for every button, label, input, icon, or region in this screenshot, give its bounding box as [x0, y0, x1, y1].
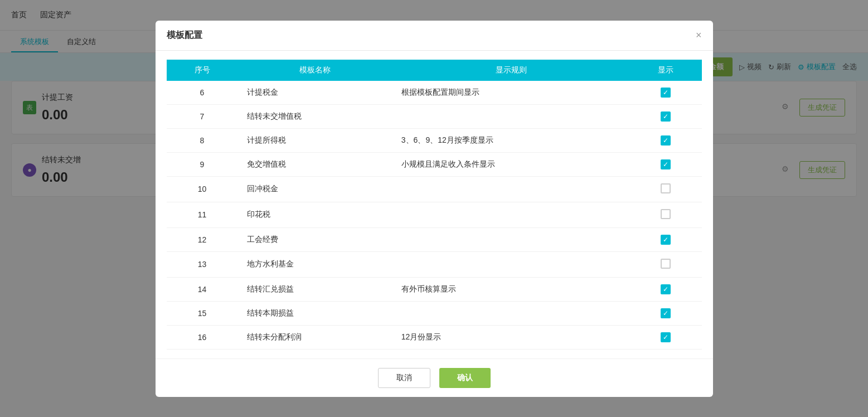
cell-index-2: 8 — [167, 128, 238, 152]
checkbox-4[interactable] — [661, 183, 671, 193]
cell-name-8: 结转汇兑损益 — [238, 277, 392, 301]
checkbox-3[interactable] — [661, 159, 671, 169]
cell-check-10 — [630, 325, 701, 349]
cell-name-0: 计提税金 — [238, 81, 392, 105]
table-row: 8计提所得税3、6、9、12月按季度显示 — [167, 128, 702, 152]
cell-index-1: 7 — [167, 104, 238, 128]
cell-index-3: 9 — [167, 152, 238, 176]
cell-rule-7 — [392, 251, 631, 277]
config-table: 序号 模板名称 显示规则 显示 6计提税金根据模板配置期间显示7结转未交增值税8… — [167, 60, 702, 350]
cell-rule-9 — [392, 301, 631, 325]
cell-name-3: 免交增值税 — [238, 152, 392, 176]
table-row: 11印花税 — [167, 202, 702, 227]
col-header-index: 序号 — [167, 60, 238, 81]
checkbox-0[interactable] — [661, 88, 671, 98]
cell-rule-8: 有外币核算显示 — [392, 277, 631, 301]
cell-check-8 — [630, 277, 701, 301]
cell-index-6: 12 — [167, 227, 238, 251]
template-config-modal: 模板配置 × 序号 模板名称 显示规则 显示 6计提税金根据模板配置期间显 — [156, 21, 713, 397]
col-header-display: 显示 — [630, 60, 701, 81]
modal-title: 模板配置 — [167, 30, 202, 41]
cell-check-6 — [630, 227, 701, 251]
table-scroll-area[interactable]: 序号 模板名称 显示规则 显示 6计提税金根据模板配置期间显示7结转未交增值税8… — [167, 60, 702, 350]
cell-name-7: 地方水利基金 — [238, 251, 392, 277]
cell-rule-1 — [392, 104, 631, 128]
checkbox-6[interactable] — [661, 235, 671, 245]
cell-rule-2: 3、6、9、12月按季度显示 — [392, 128, 631, 152]
col-header-name: 模板名称 — [238, 60, 392, 81]
modal-close-button[interactable]: × — [696, 30, 702, 40]
table-row: 7结转未交增值税 — [167, 104, 702, 128]
table-row: 6计提税金根据模板配置期间显示 — [167, 81, 702, 105]
cell-name-2: 计提所得税 — [238, 128, 392, 152]
table-body: 6计提税金根据模板配置期间显示7结转未交增值税8计提所得税3、6、9、12月按季… — [167, 81, 702, 350]
cell-rule-4 — [392, 176, 631, 202]
modal-header: 模板配置 × — [156, 21, 713, 51]
table-row: 15结转本期损益 — [167, 301, 702, 325]
cell-check-0 — [630, 81, 701, 105]
cell-name-1: 结转未交增值税 — [238, 104, 392, 128]
table-row: 12工会经费 — [167, 227, 702, 251]
table-row: 16结转未分配利润12月份显示 — [167, 325, 702, 349]
checkbox-2[interactable] — [661, 135, 671, 146]
cell-index-7: 13 — [167, 251, 238, 277]
cell-name-4: 回冲税金 — [238, 176, 392, 202]
checkbox-10[interactable] — [661, 332, 671, 342]
checkbox-5[interactable] — [661, 209, 671, 219]
cell-index-8: 14 — [167, 277, 238, 301]
checkbox-7[interactable] — [661, 259, 671, 269]
cell-rule-5 — [392, 202, 631, 227]
cell-index-5: 11 — [167, 202, 238, 227]
checkbox-9[interactable] — [661, 308, 671, 318]
cell-name-5: 印花税 — [238, 202, 392, 227]
confirm-button[interactable]: 确认 — [439, 368, 491, 388]
cell-rule-3: 小规模且满足收入条件显示 — [392, 152, 631, 176]
cell-check-1 — [630, 104, 701, 128]
table-row: 10回冲税金 — [167, 176, 702, 202]
table-row: 13地方水利基金 — [167, 251, 702, 277]
checkbox-1[interactable] — [661, 111, 671, 122]
table-row: 14结转汇兑损益有外币核算显示 — [167, 277, 702, 301]
cell-check-4 — [630, 176, 701, 202]
cell-check-9 — [630, 301, 701, 325]
cell-rule-0: 根据模板配置期间显示 — [392, 81, 631, 105]
modal-overlay: 模板配置 × 序号 模板名称 显示规则 显示 6计提税金根据模板配置期间显 — [0, 0, 868, 417]
cell-check-3 — [630, 152, 701, 176]
cell-index-4: 10 — [167, 176, 238, 202]
col-header-rule: 显示规则 — [392, 60, 631, 81]
checkbox-8[interactable] — [661, 284, 671, 294]
modal-footer: 取消 确认 — [156, 358, 713, 397]
cell-rule-6 — [392, 227, 631, 251]
modal-body: 序号 模板名称 显示规则 显示 6计提税金根据模板配置期间显示7结转未交增值税8… — [156, 51, 713, 358]
cell-check-2 — [630, 128, 701, 152]
table-header-row: 序号 模板名称 显示规则 显示 — [167, 60, 702, 81]
cell-check-7 — [630, 251, 701, 277]
cell-rule-10: 12月份显示 — [392, 325, 631, 349]
cell-name-10: 结转未分配利润 — [238, 325, 392, 349]
cell-name-9: 结转本期损益 — [238, 301, 392, 325]
cell-index-0: 6 — [167, 81, 238, 105]
cancel-button[interactable]: 取消 — [378, 368, 430, 388]
cell-check-5 — [630, 202, 701, 227]
cell-index-9: 15 — [167, 301, 238, 325]
table-row: 9免交增值税小规模且满足收入条件显示 — [167, 152, 702, 176]
cell-index-10: 16 — [167, 325, 238, 349]
cell-name-6: 工会经费 — [238, 227, 392, 251]
